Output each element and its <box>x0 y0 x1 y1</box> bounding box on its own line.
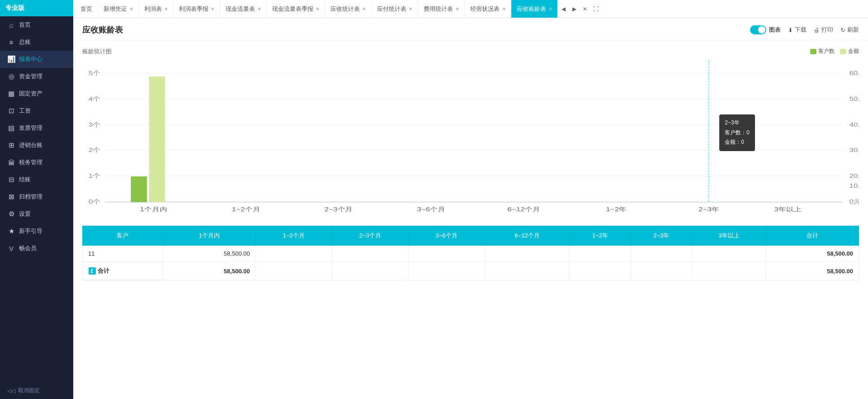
sidebar-item-settings[interactable]: ⚙ 设置 <box>0 205 73 223</box>
sidebar: 专业版 ⌂ 首页 ≡ 总账 📊 报表中心 ◎ 资金管理 ▦ 固定资产 ⊡ 工资 … <box>0 0 73 399</box>
tab-cashflow[interactable]: 现金流量表 × <box>220 0 267 18</box>
tab-cashflow-quarter-close[interactable]: × <box>316 6 319 12</box>
svg-text:4个: 4个 <box>89 95 100 102</box>
sidebar-item-invoice[interactable]: ▤ 发票管理 <box>0 119 73 137</box>
sidebar-item-invoice-label: 发票管理 <box>19 124 42 132</box>
tab-payable-stats-label: 应付统计表 <box>377 5 406 13</box>
legend-amount-label: 金额 <box>848 48 859 55</box>
tab-home[interactable]: 首页 <box>75 0 98 18</box>
tab-expense-stats[interactable]: 费用统计表 × <box>418 0 465 18</box>
tab-profit-close[interactable]: × <box>165 6 168 12</box>
sidebar-item-funds[interactable]: ◎ 资金管理 <box>0 68 73 85</box>
svg-text:1个月内: 1个月内 <box>140 206 167 213</box>
tab-home-label: 首页 <box>80 5 92 13</box>
tab-voucher-close[interactable]: × <box>130 6 133 12</box>
bar-1month-amount <box>149 76 165 202</box>
print-icon: 🖨 <box>814 27 820 33</box>
assets-icon: ▦ <box>7 90 15 98</box>
tab-business-status-label: 经营状况表 <box>470 5 500 13</box>
svg-text:6~12个月: 6~12个月 <box>507 206 540 213</box>
svg-text:2~3年: 2~3年 <box>698 206 719 213</box>
col-m612: 6~12个月 <box>485 226 570 246</box>
col-m36: 3~6个月 <box>408 226 485 246</box>
total-y23 <box>631 262 692 280</box>
tab-cashflow-quarter[interactable]: 现金流量表季报 × <box>267 0 325 18</box>
unpin-button[interactable]: ◁◁ 取消固定 <box>0 382 73 399</box>
sidebar-item-assets[interactable]: ▦ 固定资产 <box>0 85 73 102</box>
sidebar-item-guide-label: 新手引导 <box>19 227 42 235</box>
toggle-switch-control[interactable] <box>750 25 766 34</box>
sidebar-item-reports[interactable]: 📊 报表中心 <box>0 51 73 68</box>
invoice-icon: ▤ <box>7 124 15 132</box>
sidebar-item-salary[interactable]: ⊡ 工资 <box>0 102 73 119</box>
col-y12: 1~2年 <box>570 226 631 246</box>
main-area: 首页 新增凭证 × 利润表 × 利润表季报 × 现金流量表 × 现金流量表季报 … <box>73 0 868 399</box>
tab-receivable-stats-close[interactable]: × <box>363 6 366 12</box>
sidebar-item-ledger-label: 总账 <box>19 38 31 46</box>
tab-payable-stats[interactable]: 应付统计表 × <box>372 0 418 18</box>
data-table: 客户 1个月内 1~2个月 2~3个月 3~6个月 6~12个月 1~2年 2~… <box>82 226 859 280</box>
tab-receivable-stats[interactable]: 应收统计表 × <box>325 0 372 18</box>
chart-toggle[interactable]: 图表 <box>750 25 781 34</box>
unpin-label: 取消固定 <box>18 387 40 394</box>
svg-text:3年以上: 3年以上 <box>774 206 801 213</box>
tab-cashflow-quarter-label: 现金流量表季报 <box>272 5 313 13</box>
refresh-button[interactable]: ↻ 刷新 <box>840 26 859 34</box>
sidebar-item-tax[interactable]: 🏛 税务管理 <box>0 154 73 171</box>
sidebar-item-guide[interactable]: ★ 新手引导 <box>0 223 73 240</box>
tab-cashflow-label: 现金流量表 <box>226 5 255 13</box>
tab-profit-quarter-close[interactable]: × <box>211 6 214 12</box>
svg-text:1个: 1个 <box>89 172 100 179</box>
sidebar-item-archive[interactable]: ⊠ 归档管理 <box>0 188 73 205</box>
sidebar-item-stock[interactable]: ⊞ 进销台账 <box>0 137 73 154</box>
sidebar-item-assets-label: 固定资产 <box>19 90 42 98</box>
total-y12 <box>570 262 631 280</box>
sidebar-item-tax-label: 税务管理 <box>19 158 42 166</box>
col-m12: 1~2个月 <box>255 226 332 246</box>
tab-scroll-right[interactable]: ▶ <box>569 0 580 18</box>
sidebar-item-home-label: 首页 <box>19 21 31 29</box>
sidebar-item-closing[interactable]: ⊟ 结账 <box>0 171 73 188</box>
sidebar-item-home[interactable]: ⌂ 首页 <box>0 16 73 33</box>
tab-payable-stats-close[interactable]: × <box>409 6 412 12</box>
download-label: 下载 <box>795 26 807 34</box>
tab-close-all[interactable]: ✕ <box>580 0 590 18</box>
download-button[interactable]: ⬇ 下载 <box>788 26 807 34</box>
tab-expense-stats-close[interactable]: × <box>456 6 459 12</box>
svg-text:40,000.00元: 40,000.00元 <box>849 121 859 128</box>
svg-text:0个: 0个 <box>89 198 100 205</box>
sidebar-item-vip[interactable]: V 畅会员 <box>0 240 73 257</box>
refresh-icon: ↻ <box>840 27 845 33</box>
tab-maximize[interactable]: ⛶ <box>590 0 601 18</box>
toggle-label: 图表 <box>769 26 781 34</box>
tab-cashflow-close[interactable]: × <box>258 6 261 12</box>
total-row: Σ 合计 58,500.00 58,500.00 <box>83 262 859 280</box>
row-total: 58,500.00 <box>766 246 859 262</box>
svg-text:50,000.00元: 50,000.00元 <box>849 95 859 102</box>
legend-amount-color <box>840 49 846 54</box>
tab-scroll-left[interactable]: ◀ <box>558 0 569 18</box>
tab-business-status[interactable]: 经营状况表 × <box>465 0 511 18</box>
app-logo: 专业版 <box>0 0 73 16</box>
svg-text:2~3个月: 2~3个月 <box>325 206 353 213</box>
tab-profit-quarter[interactable]: 利润表季报 × <box>174 0 220 18</box>
tab-bar: 首页 新增凭证 × 利润表 × 利润表季报 × 现金流量表 × 现金流量表季报 … <box>73 0 868 18</box>
tab-business-status-close[interactable]: × <box>502 6 505 12</box>
svg-text:3~6个月: 3~6个月 <box>417 206 445 213</box>
bar-1month-customer <box>131 176 147 202</box>
tab-aging[interactable]: 应收账龄表 × <box>511 0 558 18</box>
tab-voucher[interactable]: 新增凭证 × <box>98 0 139 18</box>
col-y23: 2~3年 <box>631 226 692 246</box>
svg-text:1~2年: 1~2年 <box>606 206 627 213</box>
col-m23: 2~3个月 <box>332 226 408 246</box>
col-m1: 1个月内 <box>163 226 255 246</box>
sidebar-item-archive-label: 归档管理 <box>19 193 42 201</box>
total-total: 58,500.00 <box>766 262 859 280</box>
tab-profit[interactable]: 利润表 × <box>139 0 174 18</box>
refresh-label: 刷新 <box>847 26 859 34</box>
sidebar-item-ledger[interactable]: ≡ 总账 <box>0 33 73 51</box>
row-m612 <box>485 246 570 262</box>
print-button[interactable]: 🖨 打印 <box>814 26 833 34</box>
home-icon: ⌂ <box>7 21 15 29</box>
tab-aging-close[interactable]: × <box>549 6 552 12</box>
